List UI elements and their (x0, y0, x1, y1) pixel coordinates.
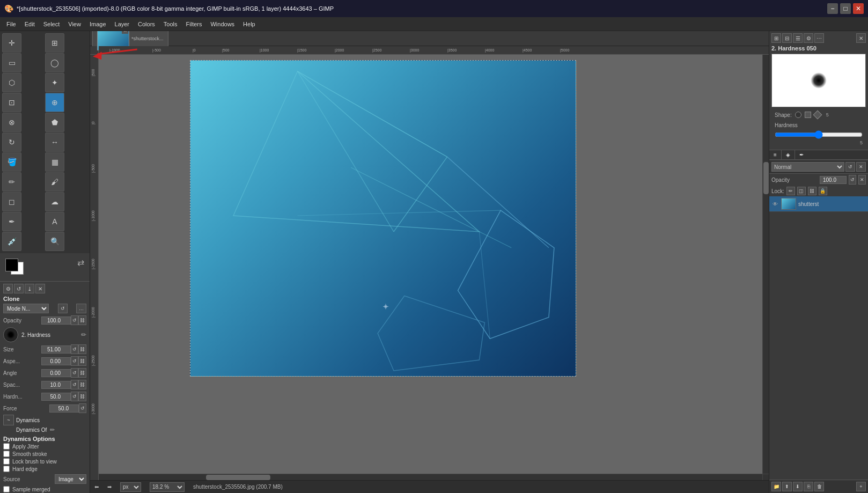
tool-options-icon-4[interactable]: ✕ (35, 284, 45, 293)
duplicate-layer-btn[interactable]: ⎘ (804, 482, 813, 491)
apply-jitter-checkbox[interactable] (3, 443, 10, 450)
canvas-scrollbar-v[interactable] (762, 55, 769, 474)
navigation-next[interactable]: ➡ (107, 484, 112, 490)
brush-panel-close-btn[interactable]: ✕ (856, 33, 866, 43)
size-reset-btn[interactable]: ↺ (71, 344, 78, 354)
dynamics-edit-button[interactable]: ✏ (50, 426, 55, 433)
mode-extra-btn[interactable]: … (76, 304, 86, 313)
lock-position-btn[interactable]: ⛓ (808, 187, 816, 195)
select-rect-tool[interactable]: ▭ (2, 53, 21, 72)
spacing-reset-btn[interactable]: ↺ (71, 380, 78, 389)
brush-edit-button[interactable]: ✏ (81, 331, 86, 339)
blend-tool[interactable]: ▦ (45, 152, 64, 172)
navigation-prev[interactable]: ⬅ (94, 484, 99, 490)
aspect-reset-btn[interactable]: ↺ (71, 356, 78, 366)
brush-panel-btn-1[interactable]: ⊞ (771, 33, 781, 43)
menu-colors[interactable]: Colors (134, 20, 159, 28)
maximize-button[interactable]: □ (840, 3, 851, 14)
mode-select[interactable]: Mode N... (3, 304, 49, 313)
zoom-select[interactable]: 18.2 % 100 % 50 % (150, 482, 185, 492)
layer-mode-extra-btn[interactable]: ✕ (856, 162, 866, 172)
menu-file[interactable]: File (2, 20, 20, 28)
foreground-color-swatch[interactable] (5, 259, 18, 271)
menu-windows[interactable]: Windows (206, 20, 239, 28)
tab-paths[interactable]: ✒ (795, 150, 808, 159)
opacity-chain-btn[interactable]: ⛓ (78, 315, 86, 325)
menu-tools[interactable]: Tools (159, 20, 182, 28)
layer-opacity-reset-btn[interactable]: ↺ (849, 175, 856, 185)
rotate-tool[interactable]: ↻ (2, 133, 21, 152)
tab-close-icon[interactable]: ✕ (122, 31, 128, 34)
tool-options-icon-2[interactable]: ↺ (14, 284, 24, 293)
hardness-chain-btn[interactable]: ⛓ (78, 392, 86, 401)
angle-input[interactable] (41, 369, 71, 377)
shape-square-option[interactable] (805, 112, 811, 118)
delete-layer-btn[interactable]: 🗑 (814, 482, 824, 491)
canvas-scrollbar-h[interactable] (99, 474, 762, 480)
layer-visibility-icon[interactable]: 👁 (771, 200, 779, 208)
opacity-reset-btn[interactable]: ↺ (71, 315, 78, 325)
perspective-tool[interactable]: ⬟ (45, 113, 64, 132)
path-tool[interactable]: ✒ (2, 212, 21, 231)
close-button[interactable]: ✕ (853, 3, 864, 14)
hardness-input[interactable] (41, 393, 71, 401)
menu-filters[interactable]: Filters (182, 20, 207, 28)
canvas-viewport[interactable] (99, 55, 769, 480)
spacing-input[interactable] (41, 381, 71, 389)
angle-reset-btn[interactable]: ↺ (71, 368, 78, 378)
color-picker-tool[interactable]: 💉 (2, 232, 21, 251)
new-layer-btn[interactable]: + (856, 482, 866, 491)
size-chain-btn[interactable]: ⛓ (78, 344, 86, 354)
hard-edge-checkbox[interactable] (3, 466, 10, 472)
shape-circle-option[interactable] (795, 112, 801, 118)
zoom-tool[interactable]: 🔍 (45, 232, 64, 251)
reset-mode-btn[interactable]: ↺ (58, 304, 68, 313)
menu-help[interactable]: Help (239, 20, 260, 28)
menu-select[interactable]: Select (39, 20, 64, 28)
force-input[interactable] (49, 404, 79, 413)
crop-tool[interactable]: ⊡ (2, 93, 21, 112)
new-group-layer-btn[interactable]: 📁 (771, 482, 781, 491)
hardness-reset-btn[interactable]: ↺ (71, 392, 78, 401)
tab-layers[interactable]: ≡ (769, 150, 782, 159)
menu-edit[interactable]: Edit (20, 20, 39, 28)
paintbrush-tool[interactable]: 🖌 (45, 172, 64, 192)
lock-pixels-btn[interactable]: ✏ (786, 187, 795, 195)
free-select-tool[interactable]: ⬡ (2, 73, 21, 92)
layer-move-up-btn[interactable]: ⬆ (782, 482, 792, 491)
menu-view[interactable]: View (64, 20, 85, 28)
move-tool[interactable]: ✛ (2, 33, 21, 53)
eraser-tool[interactable]: ◻ (2, 192, 21, 211)
pencil-tool[interactable]: ✏ (2, 172, 21, 192)
text-tool[interactable]: A (45, 212, 64, 231)
menu-image[interactable]: Image (85, 20, 111, 28)
scrollbar-thumb-h[interactable] (206, 475, 270, 480)
tool-options-icon-3[interactable]: ⤓ (25, 284, 34, 293)
layer-move-down-btn[interactable]: ⬇ (793, 482, 803, 491)
tab-channels[interactable]: ◈ (782, 150, 795, 159)
aspect-input[interactable] (41, 357, 71, 365)
scale-tool[interactable]: ↔ (45, 133, 64, 152)
opacity-input[interactable] (41, 317, 71, 325)
select-ellipse-tool[interactable]: ◯ (45, 53, 64, 72)
scrollbar-thumb-v[interactable] (763, 162, 769, 194)
menu-layer[interactable]: Layer (111, 20, 134, 28)
paintbucket-tool[interactable]: 🪣 (2, 152, 21, 172)
layer-opacity-input[interactable] (820, 176, 847, 184)
fuzzy-select-tool[interactable]: ✦ (45, 73, 64, 92)
layer-mode-reset-btn[interactable]: ↺ (845, 162, 855, 172)
brush-panel-btn-2[interactable]: ⊟ (782, 33, 792, 43)
airbrush-tool[interactable]: ☁ (45, 192, 64, 211)
brush-panel-btn-4[interactable]: ⚙ (804, 33, 813, 43)
align-tool[interactable]: ⊞ (45, 33, 64, 53)
smooth-stroke-checkbox[interactable] (3, 451, 10, 457)
unit-select[interactable]: px mm in (120, 482, 141, 492)
shape-diamond-option[interactable] (813, 111, 822, 120)
aspect-chain-btn[interactable]: ⛓ (78, 356, 86, 366)
layer-item[interactable]: 👁 shutterst (769, 196, 868, 212)
layer-mode-select[interactable]: Normal Multiply Screen (771, 162, 844, 172)
lock-brush-checkbox[interactable] (3, 458, 10, 465)
spacing-chain-btn[interactable]: ⛓ (78, 380, 86, 389)
brush-panel-btn-3[interactable]: ☰ (793, 33, 803, 43)
force-reset-btn[interactable]: ↺ (79, 403, 86, 413)
